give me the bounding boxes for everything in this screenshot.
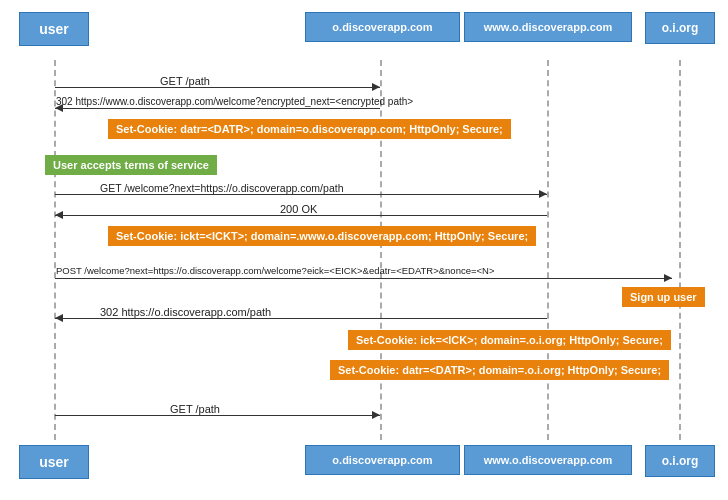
label-msg3: GET /welcome?next=https://o.discoverapp.… <box>100 182 343 194</box>
note-setcookie-datr-discover: Set-Cookie: datr=<DATR>; domain=o.discov… <box>108 119 511 139</box>
label-msg2: 302 https://www.o.discoverapp.com/welcom… <box>56 96 413 107</box>
arrow-msg5 <box>55 278 672 279</box>
note-setcookie-ickt: Set-Cookie: ickt=<ICKT>; domain=.www.o.d… <box>108 226 536 246</box>
lifeline-user <box>54 60 56 440</box>
note-setcookie-ick: Set-Cookie: ick=<ICK>; domain=.o.i.org; … <box>348 330 671 350</box>
arrow-msg7 <box>55 415 380 416</box>
actor-www-top: www.o.discoverapp.com <box>464 12 632 42</box>
note-setcookie-datr-oi: Set-Cookie: datr=<DATR>; domain=.o.i.org… <box>330 360 669 380</box>
actor-oi-top: o.i.org <box>645 12 715 44</box>
sequence-diagram: user o.discoverapp.com www.o.discoverapp… <box>0 0 728 500</box>
actor-user-top: user <box>19 12 89 46</box>
label-msg6: 302 https://o.discoverapp.com/path <box>100 306 271 318</box>
arrow-msg2 <box>55 108 380 109</box>
note-signup-user: Sign up user <box>622 287 705 307</box>
note-accepts-tos: User accepts terms of service <box>45 155 217 175</box>
lifeline-discover <box>380 60 382 440</box>
actor-discover-bottom: o.discoverapp.com <box>305 445 460 475</box>
arrow-msg1 <box>55 87 380 88</box>
actor-user-bottom: user <box>19 445 89 479</box>
arrow-msg4 <box>55 215 547 216</box>
actor-oi-bottom: o.i.org <box>645 445 715 477</box>
arrow-msg6 <box>55 318 547 319</box>
lifeline-oi <box>679 60 681 440</box>
lifeline-www <box>547 60 549 440</box>
label-msg7: GET /path <box>170 403 220 415</box>
actor-www-bottom: www.o.discoverapp.com <box>464 445 632 475</box>
label-msg4: 200 OK <box>280 203 317 215</box>
arrow-msg3 <box>55 194 547 195</box>
actor-discover-top: o.discoverapp.com <box>305 12 460 42</box>
label-msg5: POST /welcome?next=https://o.discoverapp… <box>56 265 494 276</box>
label-msg1: GET /path <box>160 75 210 87</box>
